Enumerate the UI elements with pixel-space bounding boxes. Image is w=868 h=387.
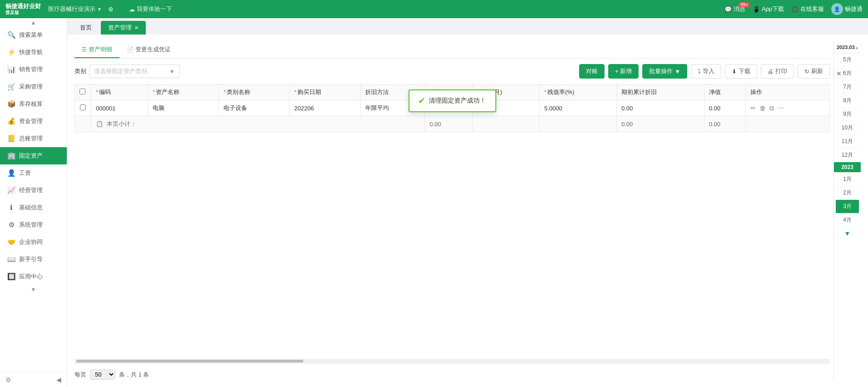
more-icon[interactable]: ⋯ xyxy=(778,104,784,112)
header-name: *资产名称 xyxy=(148,84,219,100)
guide-icon: 📖 xyxy=(7,255,15,263)
sub-tab-asset-list[interactable]: ☰ 资产明细 xyxy=(74,42,119,58)
timeline-panel: 2023.03 ▲ ▽ ✕ ⤢ 5月 6月 7月 8月 9月 10月 11月 xyxy=(833,42,861,380)
company-settings-icon[interactable]: ⚙ xyxy=(105,4,116,15)
cell-actions: ✏ 🗑 ⧉ ⋯ xyxy=(746,100,830,116)
timeline-month-4[interactable]: 4月 xyxy=(834,213,861,227)
sidebar-item-label: 系统管理 xyxy=(19,221,43,229)
header-residual-rate: *残值率(%) xyxy=(540,84,617,100)
sidebar-scroll-up[interactable]: ▲ xyxy=(0,18,67,26)
bottom-scrollbar[interactable] xyxy=(74,359,830,363)
reconcile-button[interactable]: 对账 xyxy=(579,64,605,79)
edit-icon[interactable]: ✏ xyxy=(750,104,756,112)
select-all-checkbox[interactable] xyxy=(79,89,85,94)
sidebar-item-apps[interactable]: 🔲 应用中心 xyxy=(0,268,67,285)
topbar: 畅捷通好业财 普及版 医疗器械行业演示 ▼ ⚙ ☁ 我要体验一下 💬 消息 99… xyxy=(0,0,868,18)
copy-icon[interactable]: ⧉ xyxy=(769,104,774,112)
sidebar-item-label: 企业协同 xyxy=(19,238,43,246)
timeline-month-11[interactable]: 11月 xyxy=(834,135,861,149)
sidebar-item-inventory[interactable]: 📦 库存核算 xyxy=(0,95,67,113)
timeline-month-8[interactable]: 8月 xyxy=(834,94,861,108)
sidebar-settings-icon[interactable]: ⚙ xyxy=(5,376,11,383)
app-download-button[interactable]: 📱 App下载 xyxy=(753,5,784,13)
import-button[interactable]: ⤵ 导入 xyxy=(691,64,721,79)
timeline-month-3[interactable]: 3月 xyxy=(836,200,859,213)
delete-icon[interactable]: 🗑 xyxy=(759,104,766,112)
timeline-month-9[interactable]: 9月 xyxy=(834,108,861,121)
new-button[interactable]: + 新增 xyxy=(608,64,639,79)
category-placeholder: 请选择固定资产类别 xyxy=(94,67,147,75)
row-checkbox[interactable] xyxy=(80,104,86,110)
pagination: 每页 50 100 条，共 1 条 xyxy=(74,363,830,380)
per-page-select[interactable]: 50 100 xyxy=(90,369,115,380)
sidebar-item-fixed[interactable]: 🏢 固定资产 xyxy=(0,147,67,164)
sidebar-bottom: ⚙ ◀ xyxy=(0,372,67,387)
sidebar-item-label: 应用中心 xyxy=(19,273,43,281)
timeline-month-12[interactable]: 12月 xyxy=(834,149,861,162)
download-icon: ⬇ xyxy=(732,68,737,75)
sidebar-item-quicknav[interactable]: ⚡ 快捷导航 xyxy=(0,44,67,61)
sidebar-item-guide[interactable]: 📖 新手引导 xyxy=(0,251,67,268)
sidebar-item-enterprise[interactable]: 🤝 企业协同 xyxy=(0,233,67,251)
timeline-month-2[interactable]: 2月 xyxy=(834,186,861,200)
timeline-arrow-down[interactable]: ▽ xyxy=(860,45,861,50)
basic-info-icon: ℹ xyxy=(7,203,15,212)
tab-asset[interactable]: 资产管理 ✕ xyxy=(101,21,146,35)
sidebar-item-search[interactable]: 🔍 搜索菜单 xyxy=(0,26,67,44)
tab-close-icon[interactable]: ✕ xyxy=(134,25,139,31)
tab-home[interactable]: 首页 xyxy=(73,21,99,35)
sidebar-item-label: 基础信息 xyxy=(19,203,43,212)
toolbar: 类别 请选择固定资产类别 ▼ 对账 + 新增 xyxy=(74,64,830,79)
category-select[interactable]: 请选择固定资产类别 ▼ xyxy=(89,64,180,78)
refresh-button[interactable]: ↻ 刷新 xyxy=(798,64,830,79)
header-checkbox-cell xyxy=(75,84,91,100)
table-scroll-container[interactable]: *编码 *资产名称 *类别名称 *购买日期 折旧方法 *原值 *期限(月) *残… xyxy=(74,84,830,359)
sub-tab-change-voucher[interactable]: 📄 变更生成凭证 xyxy=(119,42,178,58)
scrollbar-thumb[interactable] xyxy=(76,360,303,362)
sales-icon: 📊 xyxy=(7,65,15,74)
category-filter: 类别 请选择固定资产类别 ▼ xyxy=(74,64,180,78)
finance-icon: 💰 xyxy=(7,117,15,125)
timeline-header: 2023.03 ▲ ▽ xyxy=(834,42,861,53)
user-avatar[interactable]: 👤 畅捷通 xyxy=(831,3,863,15)
timeline-scroll-down[interactable]: ▼ xyxy=(834,227,861,240)
sidebar-item-basic[interactable]: ℹ 基础信息 xyxy=(0,199,67,216)
timeline-month-5[interactable]: 5月 xyxy=(834,53,861,67)
sidebar-collapse-icon[interactable]: ◀ xyxy=(56,376,61,383)
download-button[interactable]: ⬇ 下载 xyxy=(725,64,757,79)
sub-tabs: ☰ 资产明细 📄 变更生成凭证 xyxy=(74,42,830,59)
sidebar-item-label: 采购管理 xyxy=(19,83,43,91)
sidebar-item-purchase[interactable]: 🛒 采购管理 xyxy=(0,78,67,95)
cell-purchase-date: 202206 xyxy=(289,100,360,116)
sidebar-item-ledger[interactable]: 📒 总账管理 xyxy=(0,130,67,147)
refresh-icon: ↻ xyxy=(804,68,809,75)
cell-residual-rate: 5.0000 xyxy=(540,100,617,116)
timeline-month-7[interactable]: 7月 xyxy=(834,80,861,94)
apps-icon: 🔲 xyxy=(7,273,15,281)
header-code: *编码 xyxy=(91,84,148,100)
success-check-icon: ✔ xyxy=(418,96,425,106)
quicknav-icon: ⚡ xyxy=(7,48,15,56)
timeline-close-button[interactable]: ✕ xyxy=(834,69,843,78)
sidebar-item-label: 快捷导航 xyxy=(19,48,43,56)
sidebar-item-sales[interactable]: 📊 销售管理 xyxy=(0,61,67,78)
timeline-arrows: ▲ ▽ xyxy=(855,45,861,50)
online-service-button[interactable]: 🎧 在线客服 xyxy=(791,5,824,13)
sidebar-item-system[interactable]: ⚙ 系统管理 xyxy=(0,216,67,233)
sidebar-scroll-down[interactable]: ▼ xyxy=(0,285,67,293)
messages-button[interactable]: 💬 消息 99+ xyxy=(724,5,745,13)
timeline-month-10[interactable]: 10月 xyxy=(834,121,861,135)
sidebar-item-salary[interactable]: 👤 工资 xyxy=(0,164,67,182)
subtotal-accumulated: 0.00 xyxy=(617,116,704,132)
batch-ops-button[interactable]: 批量操作 ▼ xyxy=(642,64,687,79)
sidebar-item-management[interactable]: 📈 经营管理 xyxy=(0,182,67,199)
avatar: 👤 xyxy=(831,3,843,15)
sidebar-item-finance[interactable]: 💰 资金管理 xyxy=(0,113,67,130)
experience-button[interactable]: ☁ 我要体验一下 xyxy=(129,5,172,13)
print-button[interactable]: 🖨 打印 xyxy=(761,64,794,79)
company-selector[interactable]: 医疗器械行业演示 ▼ xyxy=(48,5,102,13)
timeline-arrow-up[interactable]: ▲ xyxy=(855,45,859,50)
timeline-month-1[interactable]: 1月 xyxy=(834,173,861,186)
topbar-right: 💬 消息 99+ 📱 App下载 🎧 在线客服 👤 畅捷通 xyxy=(724,3,863,15)
batch-dropdown-icon: ▼ xyxy=(675,68,680,75)
